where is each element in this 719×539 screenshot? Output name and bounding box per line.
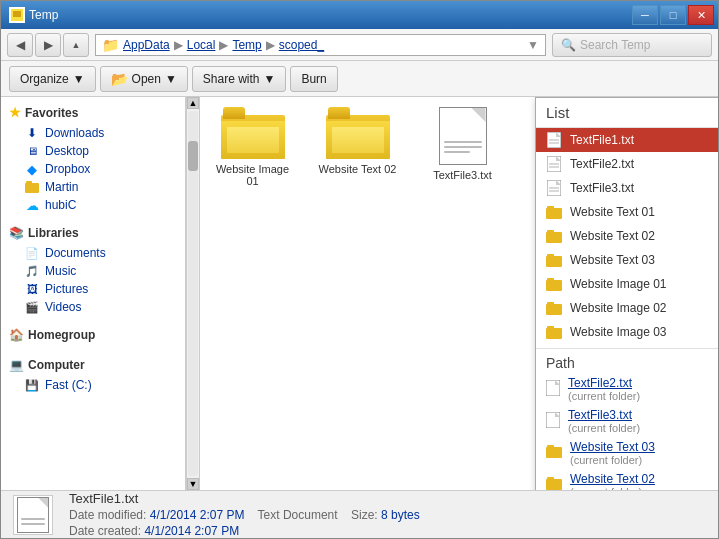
svg-rect-30 xyxy=(546,412,560,428)
overlay-item-website-text-01[interactable]: Website Text 01 xyxy=(536,200,718,224)
path-dropdown-icon[interactable]: ▼ xyxy=(527,38,539,52)
open-label: Open xyxy=(132,72,161,86)
organize-button[interactable]: Organize ▼ xyxy=(9,66,96,92)
sidebar-item-downloads[interactable]: ⬇ Downloads xyxy=(1,124,186,142)
share-button[interactable]: Share with ▼ xyxy=(192,66,287,92)
sidebar-favorites-header[interactable]: ★ Favorites xyxy=(1,101,186,124)
drive-icon: 💾 xyxy=(25,378,39,392)
minimize-button[interactable]: ─ xyxy=(632,5,658,25)
overlay-path-item-4-info: Website Text 02 (current folder) xyxy=(570,472,655,490)
sidebar-scrollbar[interactable]: ▲ ▼ xyxy=(186,97,200,490)
sidebar-item-drive[interactable]: 💾 Fast (C:) xyxy=(1,376,186,394)
sidebar-item-dropbox[interactable]: ◆ Dropbox xyxy=(1,160,186,178)
path-part-4[interactable]: scoped_ xyxy=(279,38,324,52)
title-bar: Temp ─ □ ✕ xyxy=(1,1,718,29)
overlay-item-website-image-02[interactable]: Website Image 02 xyxy=(536,296,718,320)
status-info: TextFile1.txt Date modified: 4/1/2014 2:… xyxy=(69,491,420,538)
overlay-item-textfile2[interactable]: TextFile2.txt xyxy=(536,152,718,176)
status-file-icon xyxy=(13,495,53,535)
status-modified: Date modified: 4/1/2014 2:07 PM Text Doc… xyxy=(69,508,420,522)
sidebar-homegroup-header[interactable]: 🏠 Homegroup xyxy=(1,324,186,346)
path-sep-2: ▶ xyxy=(219,38,228,52)
status-modified-label: Date modified: xyxy=(69,508,146,522)
file-label-textfile3: TextFile3.txt xyxy=(433,169,492,181)
sidebar-item-documents[interactable]: 📄 Documents xyxy=(1,244,186,262)
overlay-item-label-wt03: Website Text 03 xyxy=(570,253,655,267)
txt-icon-small-1 xyxy=(546,132,562,148)
sidebar-item-martin[interactable]: Martin xyxy=(1,178,186,196)
overlay-item-website-text-02[interactable]: Website Text 02 xyxy=(536,224,718,248)
overlay-item-website-image-01[interactable]: Website Image 01 xyxy=(536,272,718,296)
overlay-path-item-website-text-02[interactable]: Website Text 02 (current folder) xyxy=(536,469,718,490)
path-part-3[interactable]: Temp xyxy=(232,38,261,52)
overlay-path-item-1-desc: (current folder) xyxy=(568,390,640,402)
svg-rect-25 xyxy=(547,302,554,306)
pictures-icon: 🖼 xyxy=(25,282,39,296)
sidebar-libraries-header[interactable]: 📚 Libraries xyxy=(1,222,186,244)
status-type-label: Text Document xyxy=(258,508,338,522)
sidebar-scroll-up[interactable]: ▲ xyxy=(187,97,199,109)
overlay-item-website-image-03[interactable]: Website Image 03 xyxy=(536,320,718,344)
overlay-path-header: Path 100+ xyxy=(536,348,718,373)
folder-icon-website-image-01 xyxy=(221,107,285,159)
status-txt-icon xyxy=(17,497,49,533)
sidebar-item-videos[interactable]: 🎬 Videos xyxy=(1,298,186,316)
file-item-textfile3[interactable]: TextFile3.txt xyxy=(420,107,505,187)
sidebar-drive-label: Fast (C:) xyxy=(45,378,92,392)
back-button[interactable]: ◀ xyxy=(7,33,33,57)
sidebar-desktop-label: Desktop xyxy=(45,144,89,158)
path-sep-1: ▶ xyxy=(174,38,183,52)
open-icon: 📂 xyxy=(111,71,128,87)
overlay-item-textfile3[interactable]: TextFile3.txt xyxy=(536,176,718,200)
file-label-website-image-01: Website Image 01 xyxy=(210,163,295,187)
sidebar-item-desktop[interactable]: 🖥 Desktop xyxy=(1,142,186,160)
open-button[interactable]: 📂 Open ▼ xyxy=(100,66,188,92)
svg-rect-17 xyxy=(547,206,554,210)
up-button[interactable]: ▲ xyxy=(63,33,89,57)
sidebar-computer-header[interactable]: 💻 Computer xyxy=(1,354,186,376)
txt-path-icon-2 xyxy=(546,412,560,431)
folder-icon-address: 📁 xyxy=(102,37,119,53)
overlay-path-item-1-name: TextFile2.txt xyxy=(568,376,640,390)
overlay-path-item-textfile3[interactable]: TextFile3.txt (current folder) xyxy=(536,405,718,437)
forward-button[interactable]: ▶ xyxy=(35,33,61,57)
sidebar-item-pictures[interactable]: 🖼 Pictures xyxy=(1,280,186,298)
overlay-item-website-text-03[interactable]: Website Text 03 xyxy=(536,248,718,272)
overlay-path-item-3-name: Website Text 03 xyxy=(570,440,655,454)
file-item-website-text-02[interactable]: Website Text 02 xyxy=(315,107,400,187)
dropbox-icon: ◆ xyxy=(25,162,39,176)
maximize-button[interactable]: □ xyxy=(660,5,686,25)
sidebar: ★ Favorites ⬇ Downloads 🖥 Desktop ◆ Drop… xyxy=(1,97,186,490)
path-part-2[interactable]: Local xyxy=(187,38,216,52)
status-created-label: Date created: xyxy=(69,524,141,538)
file-item-website-image-01[interactable]: Website Image 01 xyxy=(210,107,295,187)
hubic-icon: ☁ xyxy=(25,198,39,212)
sidebar-item-music[interactable]: 🎵 Music xyxy=(1,262,186,280)
overlay-item-textfile1[interactable]: TextFile1.txt xyxy=(536,128,718,152)
star-icon: ★ xyxy=(9,105,21,120)
svg-rect-27 xyxy=(547,326,554,330)
sidebar-item-hubic[interactable]: ☁ hubiC xyxy=(1,196,186,214)
path-sep-3: ▶ xyxy=(266,38,275,52)
toolbar: Organize ▼ 📂 Open ▼ Share with ▼ Burn xyxy=(1,61,718,97)
overlay-path-item-3-desc: (current folder) xyxy=(570,454,655,466)
favorites-label: Favorites xyxy=(25,106,78,120)
overlay-path-item-website-text-03[interactable]: Website Text 03 (current folder) xyxy=(536,437,718,469)
overlay-item-label-wi03: Website Image 03 xyxy=(570,325,667,339)
overlay-path-item-textfile2[interactable]: TextFile2.txt (current folder) xyxy=(536,373,718,405)
close-button[interactable]: ✕ xyxy=(688,5,714,25)
overlay-item-label-wi02: Website Image 02 xyxy=(570,301,667,315)
overlay-path-list: TextFile2.txt (current folder) TextFile3… xyxy=(536,373,718,490)
file-label-website-text-02: Website Text 02 xyxy=(319,163,397,175)
docs-icon: 📄 xyxy=(25,246,39,260)
svg-rect-1 xyxy=(13,11,21,17)
main-area: ★ Favorites ⬇ Downloads 🖥 Desktop ◆ Drop… xyxy=(1,97,718,490)
svg-rect-33 xyxy=(547,445,554,449)
address-path[interactable]: 📁 AppData ▶ Local ▶ Temp ▶ scoped_ ▼ xyxy=(95,34,546,56)
folder-icon-small-wt02 xyxy=(546,228,562,244)
overlay-list: TextFile1.txt TextFile2.txt xyxy=(536,128,718,344)
search-button[interactable]: 🔍 Search Temp xyxy=(552,33,712,57)
burn-button[interactable]: Burn xyxy=(290,66,337,92)
sidebar-scroll-down[interactable]: ▼ xyxy=(187,478,199,490)
path-part-1[interactable]: AppData xyxy=(123,38,170,52)
